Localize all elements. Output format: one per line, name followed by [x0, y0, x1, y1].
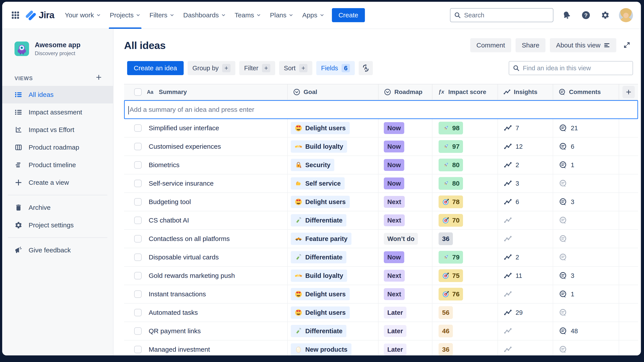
column-header-summary[interactable]: Aa Summary — [124, 84, 288, 100]
roadmap-chip[interactable]: Later — [384, 307, 406, 319]
roadmap-chip[interactable]: Now — [384, 159, 404, 171]
add-idea-input[interactable] — [125, 101, 638, 118]
sidebar-item-product-roadmap[interactable]: Product roadmap — [2, 139, 113, 156]
insights-cell[interactable] — [498, 230, 553, 248]
row-checkbox[interactable] — [134, 290, 142, 298]
project-header[interactable]: Awesome app Discovery project — [14, 41, 113, 56]
insights-cell[interactable]: 11 — [498, 267, 553, 285]
impact-score-chip[interactable]: 75 — [438, 269, 463, 282]
comments-cell[interactable]: 48 — [553, 322, 619, 340]
goal-chip[interactable]: Build loyalty — [291, 140, 347, 153]
row-checkbox[interactable] — [134, 272, 142, 279]
column-header-goal[interactable]: Goal — [288, 84, 378, 100]
column-header-impact-score[interactable]: ƒx Impact score — [432, 84, 498, 100]
goal-chip[interactable]: Delight users — [291, 306, 350, 319]
search-input[interactable] — [450, 8, 554, 22]
roadmap-chip[interactable]: Next — [384, 196, 405, 208]
row-checkbox[interactable] — [134, 180, 142, 187]
select-all-checkbox[interactable] — [134, 88, 142, 96]
roadmap-chip[interactable]: Next — [384, 214, 405, 226]
fields-button[interactable]: Fields 6 — [316, 61, 355, 75]
nav-item[interactable]: Apps — [298, 2, 328, 29]
impact-score-chip[interactable]: 70 — [438, 214, 463, 227]
sidebar-item-impact-assesment[interactable]: Impact assesment — [2, 103, 113, 121]
row-checkbox[interactable] — [134, 327, 142, 335]
translate-icon[interactable]: A — [359, 61, 373, 75]
column-header-comments[interactable]: Comments — [553, 84, 619, 100]
roadmap-chip[interactable]: Next — [384, 270, 405, 282]
column-header-insights[interactable]: Insights — [498, 84, 553, 100]
roadmap-chip[interactable]: Won’t do — [384, 233, 418, 245]
jira-logo[interactable]: Jira — [25, 9, 54, 21]
row-checkbox[interactable] — [134, 217, 142, 224]
insights-cell[interactable]: 2 — [498, 156, 553, 174]
comments-cell[interactable] — [553, 341, 619, 356]
user-avatar[interactable] — [619, 8, 633, 22]
comments-cell[interactable] — [553, 230, 619, 248]
comments-cell[interactable] — [553, 175, 619, 192]
insights-cell[interactable]: 7 — [498, 119, 553, 137]
idea-summary[interactable]: Gold rewards marketing push — [149, 272, 235, 279]
goal-chip[interactable]: Delight users — [291, 196, 350, 208]
comments-cell[interactable]: 3 — [553, 267, 619, 285]
comments-cell[interactable]: 1 — [553, 285, 619, 303]
goal-chip[interactable]: Differentiate — [291, 325, 346, 337]
insights-cell[interactable]: 6 — [498, 193, 553, 211]
sort-button[interactable]: Sort — [279, 61, 312, 75]
sidebar-item-archive[interactable]: Archive — [2, 199, 113, 216]
impact-score-chip[interactable]: 97 — [438, 140, 463, 153]
idea-summary[interactable]: CS chatbot AI — [149, 217, 189, 224]
about-this-view-button[interactable]: About this view — [550, 38, 616, 52]
nav-item[interactable]: Your work — [60, 2, 105, 29]
row-checkbox[interactable] — [134, 309, 142, 316]
nav-item[interactable]: Filters — [145, 2, 179, 29]
impact-score-chip[interactable]: 76 — [438, 288, 463, 301]
goal-chip[interactable]: Differentiate — [291, 214, 346, 226]
share-button[interactable]: Share — [516, 38, 546, 52]
impact-score-chip[interactable]: 98 — [438, 122, 463, 134]
settings-gear-icon[interactable] — [600, 9, 611, 21]
impact-score-chip[interactable]: 36 — [438, 232, 453, 245]
row-checkbox[interactable] — [134, 161, 142, 169]
create-idea-button[interactable]: Create an idea — [127, 61, 184, 75]
nav-item[interactable]: Dashboards — [179, 2, 230, 29]
nav-item[interactable]: Teams — [230, 2, 266, 29]
give-feedback-item[interactable]: Give feedback — [2, 241, 113, 259]
idea-summary[interactable]: Budgeting tool — [149, 198, 191, 206]
comment-button[interactable]: Comment — [470, 38, 511, 52]
impact-score-chip[interactable]: 46 — [438, 325, 453, 337]
row-checkbox[interactable] — [134, 124, 142, 132]
impact-score-chip[interactable]: 78 — [438, 195, 463, 208]
goal-chip[interactable]: New products — [291, 343, 352, 356]
impact-score-chip[interactable]: 36 — [438, 343, 453, 356]
goal-chip[interactable]: Delight users — [291, 122, 350, 134]
idea-summary[interactable]: Disposable virtual cards — [149, 253, 219, 261]
impact-score-chip[interactable]: 79 — [438, 251, 463, 264]
insights-cell[interactable]: 3 — [498, 175, 553, 192]
row-checkbox[interactable] — [134, 198, 142, 206]
goal-chip[interactable]: Differentiate — [291, 251, 346, 263]
row-checkbox[interactable] — [134, 253, 142, 261]
roadmap-chip[interactable]: Now — [384, 122, 404, 134]
goal-chip[interactable]: Self service — [291, 177, 345, 189]
sidebar-item-project-settings[interactable]: Project settings — [2, 216, 113, 234]
filter-button[interactable]: Filter — [239, 61, 275, 75]
insights-cell[interactable] — [498, 341, 553, 356]
roadmap-chip[interactable]: Later — [384, 344, 406, 356]
insights-cell[interactable]: 29 — [498, 304, 553, 322]
idea-summary[interactable]: Instant transactions — [149, 290, 206, 298]
idea-summary[interactable]: QR payment links — [149, 327, 201, 335]
comments-cell[interactable]: 3 — [553, 193, 619, 211]
comments-cell[interactable] — [553, 211, 619, 229]
impact-score-chip[interactable]: 80 — [438, 159, 463, 171]
insights-cell[interactable] — [498, 285, 553, 303]
sidebar-item-product-timeline[interactable]: Product timeline — [2, 156, 113, 174]
impact-score-chip[interactable]: 80 — [438, 177, 463, 190]
idea-summary[interactable]: Self-service insurance — [149, 180, 214, 187]
group-by-button[interactable]: Group by — [188, 61, 235, 75]
roadmap-chip[interactable]: Now — [384, 141, 404, 153]
fullscreen-expand-icon[interactable] — [621, 39, 633, 51]
goal-chip[interactable]: Delight users — [291, 288, 350, 300]
roadmap-chip[interactable]: Now — [384, 178, 404, 189]
sidebar-item-all-ideas[interactable]: All ideas — [2, 86, 113, 103]
